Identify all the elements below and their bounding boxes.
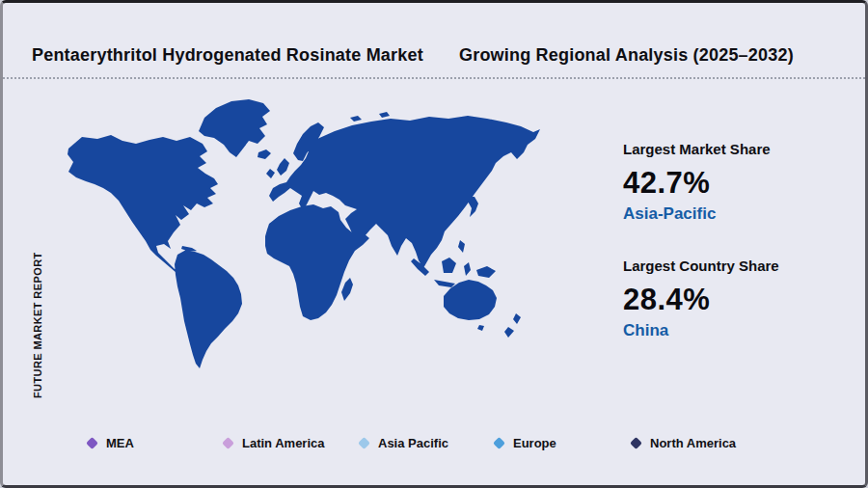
world-map	[61, 88, 601, 408]
market-share-label: Largest Market Share	[623, 141, 854, 157]
asia-pacific-diamond-icon	[358, 437, 370, 449]
legend-item-mea: MEA	[88, 435, 134, 450]
country-share-value: 28.4%	[623, 283, 854, 317]
north-america-diamond-icon	[630, 437, 642, 449]
brand-vertical-text: FUTURE MARKET REPORT	[32, 227, 47, 398]
legend-item-latin-america: Latin America	[224, 435, 325, 450]
page-title: Pentaerythritol Hydrogenated Rosinate Ma…	[32, 45, 848, 68]
legend-label-latin-america: Latin America	[242, 436, 325, 450]
largest-country-share-block: Largest Country Share 28.4% China	[623, 258, 854, 340]
legend-item-north-america: North America	[632, 435, 736, 450]
title-market-name: Pentaerythritol Hydrogenated Rosinate Ma…	[32, 45, 423, 66]
legend-label-europe: Europe	[513, 436, 556, 450]
infographic-frame: Pentaerythritol Hydrogenated Rosinate Ma…	[0, 0, 868, 488]
market-share-value: 42.7%	[623, 166, 854, 201]
title-analysis-range: Growing Regional Analysis (2025–2032)	[459, 45, 794, 66]
country-share-region: China	[623, 321, 854, 340]
legend-label-north-america: North America	[650, 436, 736, 450]
legend-label-asia-pacific: Asia Pacific	[378, 436, 448, 450]
mea-diamond-icon	[86, 437, 98, 449]
legend-item-asia-pacific: Asia Pacific	[360, 435, 448, 450]
header-divider	[3, 77, 865, 79]
europe-diamond-icon	[493, 437, 505, 449]
legend-label-mea: MEA	[106, 436, 134, 450]
latin-america-diamond-icon	[222, 437, 234, 449]
market-share-region: Asia-Pacific	[623, 204, 854, 224]
world-map-svg	[61, 88, 601, 408]
legend-item-europe: Europe	[495, 435, 556, 450]
country-share-label: Largest Country Share	[623, 258, 854, 274]
world-map-landmass	[68, 99, 540, 368]
largest-market-share-block: Largest Market Share 42.7% Asia-Pacific	[623, 141, 854, 224]
